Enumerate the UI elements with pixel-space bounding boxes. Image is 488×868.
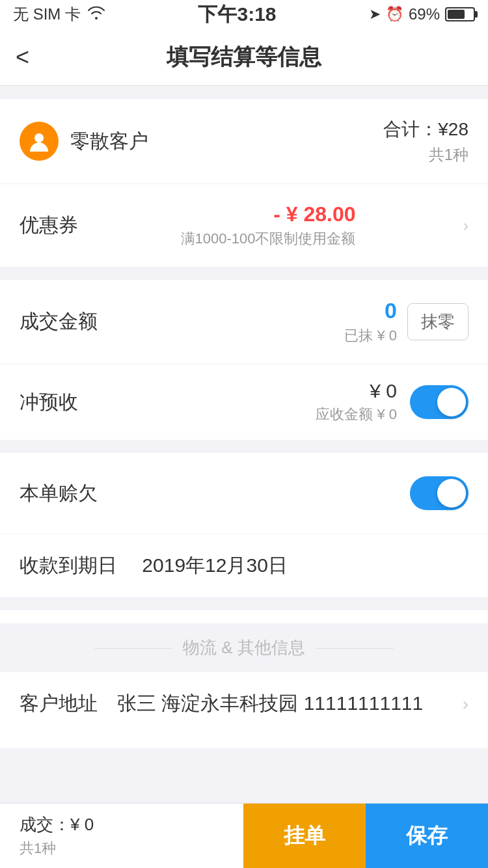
location-icon: ➤ [369,6,381,23]
logistics-divider: 物流 & 其他信息 [0,623,488,672]
customer-section: 零散客户 合计：¥28 共1种 优惠券 - ¥ 28.00 满1000-100不… [0,99,488,267]
credit-toggle-knob [437,479,466,508]
alarm-icon: ⏰ [386,6,403,23]
precollect-sub: 应收金额 ¥ 0 [316,405,397,424]
bottom-deal-label: 成交：¥ 0 [20,813,224,836]
credit-section: 本单赊欠 收款到期日 2019年12月30日 [0,453,488,597]
due-date-row: 收款到期日 2019年12月30日 [0,534,488,597]
precollect-amount-group: ¥ 0 应收金额 ¥ 0 [316,380,397,424]
toggle-knob [437,388,466,416]
page-title: 填写结算等信息 [167,42,321,72]
back-button[interactable]: < [16,44,29,71]
status-left: 无 SIM 卡 [13,4,105,25]
precollect-amount: ¥ 0 [316,380,397,402]
bottom-bar: 成交：¥ 0 共1种 挂单 保存 [0,803,488,868]
logistics-label: 物流 & 其他信息 [183,636,305,659]
precollect-label: 冲预收 [20,389,78,416]
credit-toggle[interactable] [410,476,468,510]
status-bar: 无 SIM 卡 下午3:18 ➤ ⏰ 69% [0,0,488,29]
address-chevron-icon: › [463,694,468,714]
coupon-desc: 满1000-100不限制使用金额 [181,229,356,249]
total-amount: 合计：¥28 [383,117,468,142]
battery-icon [445,7,475,21]
nav-bar: < 填写结算等信息 [0,29,488,86]
no-sim-label: 无 SIM 卡 [13,4,81,25]
status-right: ➤ ⏰ 69% [369,5,475,23]
coupon-row[interactable]: 优惠券 - ¥ 28.00 满1000-100不限制使用金额 › [0,183,488,267]
credit-label: 本单赊欠 [20,480,98,507]
precollect-toggle[interactable] [410,385,468,419]
deal-section: 成交金额 0 已抹 ¥ 0 抹零 冲预收 ¥ 0 应收金额 ¥ 0 [0,280,488,440]
deal-amount-row: 成交金额 0 已抹 ¥ 0 抹零 [0,280,488,364]
customer-total: 合计：¥28 共1种 [383,117,468,165]
due-date-label: 收款到期日 [20,554,117,576]
coupon-amount: - ¥ 28.00 [181,202,356,226]
coupon-label: 优惠券 [20,212,78,239]
chevron-right-icon: › [463,217,468,235]
deal-value-group: 0 已抹 ¥ 0 [344,298,397,346]
due-date-value: 2019年12月30日 [142,554,287,576]
address-label: 客户地址 [20,690,98,717]
round-zero-button[interactable]: 抹零 [407,303,468,340]
precollect-row: 冲预收 ¥ 0 应收金额 ¥ 0 [0,364,488,440]
precollect-right: ¥ 0 应收金额 ¥ 0 [316,380,468,424]
customer-info: 零散客户 [20,122,148,161]
deal-sub: 已抹 ¥ 0 [344,326,397,346]
customer-name: 零散客户 [70,128,148,155]
status-time: 下午3:18 [198,1,276,28]
customer-row: 零散客户 合计：¥28 共1种 [0,99,488,183]
total-count: 共1种 [383,144,468,165]
deal-amount-label: 成交金额 [20,308,98,335]
bottom-info: 成交：¥ 0 共1种 [0,804,243,868]
coupon-detail: - ¥ 28.00 满1000-100不限制使用金额 [181,202,356,249]
battery-percent: 69% [409,5,440,23]
hang-button[interactable]: 挂单 [243,804,366,868]
logistics-section: 物流 & 其他信息 客户地址 张三 海淀永丰科技园 11111111111 › [0,610,488,748]
address-row[interactable]: 客户地址 张三 海淀永丰科技园 11111111111 › [0,672,488,735]
deal-value: 0 [344,298,397,323]
wifi-icon [87,5,105,23]
deal-amount-right: 0 已抹 ¥ 0 抹零 [344,298,468,346]
credit-row: 本单赊欠 [0,453,488,534]
svg-point-0 [34,133,44,142]
avatar [20,122,59,161]
save-button[interactable]: 保存 [366,804,488,868]
address-value: 张三 海淀永丰科技园 11111111111 [117,690,463,717]
bottom-deal-count: 共1种 [20,839,224,858]
